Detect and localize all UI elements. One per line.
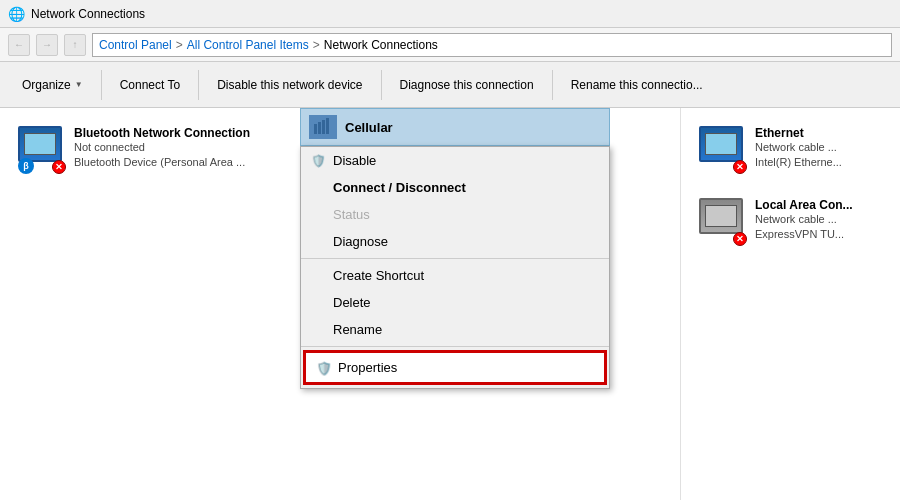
breadcrumb-current: Network Connections (324, 38, 438, 52)
connect-to-button[interactable]: Connect To (106, 62, 195, 107)
connect-to-label: Connect To (120, 78, 181, 92)
cellular-selected-item[interactable]: Cellular (300, 108, 610, 146)
disconnected-badge-local-right: ✕ (733, 232, 747, 246)
ethernet-icon-wrap: ✕ (699, 126, 747, 174)
context-menu: 🛡️ Disable Connect / Disconnect Status D… (300, 146, 610, 389)
organize-label: Organize (22, 78, 71, 92)
menu-item-properties[interactable]: 🛡️ Properties (303, 350, 607, 385)
cellular-svg-icon (313, 118, 333, 136)
menu-separator-1 (301, 258, 609, 259)
context-menu-overlay: Cellular 🛡️ Disable Connect / Disconnect… (0, 108, 900, 500)
up-button[interactable]: ↑ (64, 34, 86, 56)
disconnected-badge-ethernet: ✕ (733, 160, 747, 174)
local-area-right-icon-wrap: ✕ (699, 198, 747, 246)
toolbar-separator-3 (381, 70, 382, 100)
status-label: Status (333, 207, 370, 222)
svg-rect-2 (322, 120, 325, 134)
create-shortcut-label: Create Shortcut (333, 268, 424, 283)
svg-rect-3 (326, 118, 329, 134)
svg-rect-0 (314, 124, 317, 134)
toolbar-separator-2 (198, 70, 199, 100)
address-bar: ← → ↑ Control Panel > All Control Panel … (0, 28, 900, 62)
main-content: β ✕ Bluetooth Network Connection Not con… (0, 108, 900, 500)
toolbar: Organize ▼ Connect To Disable this netwo… (0, 62, 900, 108)
rename-button[interactable]: Rename this connectio... (557, 62, 717, 107)
toolbar-separator-4 (552, 70, 553, 100)
title-bar-icon: 🌐 (8, 6, 25, 22)
diagnose-label: Diagnose this connection (400, 78, 534, 92)
toolbar-separator-1 (101, 70, 102, 100)
shield-icon-disable: 🛡️ (311, 154, 326, 168)
title-bar-text: Network Connections (31, 7, 145, 21)
disable-device-button[interactable]: Disable this network device (203, 62, 376, 107)
title-bar: 🌐 Network Connections (0, 0, 900, 28)
menu-item-rename[interactable]: Rename (301, 316, 609, 343)
disable-device-label: Disable this network device (217, 78, 362, 92)
breadcrumb-control-panel[interactable]: Control Panel (99, 38, 172, 52)
diagnose-menu-label: Diagnose (333, 234, 388, 249)
organize-arrow: ▼ (75, 80, 83, 89)
address-path: Control Panel > All Control Panel Items … (92, 33, 892, 57)
connect-disconnect-label: Connect / Disconnect (333, 180, 466, 195)
menu-item-delete[interactable]: Delete (301, 289, 609, 316)
rename-label: Rename this connectio... (571, 78, 703, 92)
breadcrumb-all-items[interactable]: All Control Panel Items (187, 38, 309, 52)
rename-menu-label: Rename (333, 322, 382, 337)
properties-label: Properties (338, 360, 397, 375)
menu-item-disable[interactable]: 🛡️ Disable (301, 147, 609, 174)
shield-icon-properties: 🛡️ (316, 360, 332, 375)
svg-rect-1 (318, 122, 321, 134)
menu-item-create-shortcut[interactable]: Create Shortcut (301, 262, 609, 289)
menu-item-connect-disconnect[interactable]: Connect / Disconnect (301, 174, 609, 201)
cellular-icon (309, 115, 337, 139)
menu-item-diagnose[interactable]: Diagnose (301, 228, 609, 255)
organize-button[interactable]: Organize ▼ (8, 62, 97, 107)
cellular-header-label: Cellular (345, 120, 393, 135)
delete-label: Delete (333, 295, 371, 310)
forward-button[interactable]: → (36, 34, 58, 56)
diagnose-button[interactable]: Diagnose this connection (386, 62, 548, 107)
back-button[interactable]: ← (8, 34, 30, 56)
menu-item-status: Status (301, 201, 609, 228)
menu-separator-2 (301, 346, 609, 347)
disable-label: Disable (333, 153, 376, 168)
